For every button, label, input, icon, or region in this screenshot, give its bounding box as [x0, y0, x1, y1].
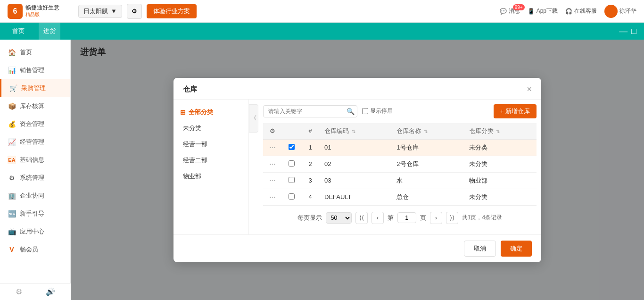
settings-bottom-icon[interactable]: ⚙: [16, 287, 22, 296]
row-category: 物业部: [464, 172, 537, 189]
category-item-ops2[interactable]: 经营二部: [173, 152, 248, 168]
sidebar-label-finance: 资金管理: [20, 120, 44, 128]
add-warehouse-button[interactable]: + 新增仓库: [494, 104, 537, 118]
online-service-button[interactable]: 🎧 在线客服: [565, 7, 597, 15]
row-checkbox-cell: [282, 156, 301, 172]
first-page-button[interactable]: ⟨⟨: [355, 212, 368, 224]
row-checkbox[interactable]: [289, 160, 295, 167]
sub-nav-home[interactable]: 首页: [8, 23, 29, 40]
search-input[interactable]: [263, 105, 357, 117]
search-icon[interactable]: 🔍: [347, 108, 355, 115]
row-checkbox[interactable]: [289, 193, 295, 200]
user-menu[interactable]: 徐泽华: [604, 5, 636, 18]
th-name: 仓库名称 ⇅: [392, 123, 464, 140]
sidebar-item-purchase[interactable]: 🛒 采购管理: [0, 79, 70, 97]
headset-icon: 🎧: [565, 8, 572, 15]
show-disabled-label: 显示停用: [370, 107, 393, 115]
table-panel: 🔍 显示停用 + 新增仓库: [258, 100, 541, 234]
row-checkbox[interactable]: [289, 177, 295, 183]
sidebar-item-finance[interactable]: 💰 资金管理: [0, 115, 70, 133]
sidebar-label-guide: 新手引导: [20, 209, 44, 218]
row-more-icon[interactable]: ···: [269, 160, 275, 168]
table-row[interactable]: ··· 3 03 水 物业部: [263, 172, 537, 189]
row-code: DEFAULT: [320, 189, 392, 205]
message-icon: 💬: [500, 8, 507, 15]
window-maximize-icon[interactable]: □: [631, 26, 636, 36]
gear-icon: ⚙: [132, 8, 137, 15]
sidebar-item-member[interactable]: V 畅会员: [0, 241, 70, 258]
row-num: 4: [301, 189, 320, 205]
th-gear: ⚙: [263, 123, 282, 140]
row-num: 1: [301, 139, 320, 156]
logo-badge: 精品版: [25, 11, 59, 18]
sidebar-item-sales[interactable]: 📊 销售管理: [0, 61, 70, 79]
store-selector[interactable]: 日太阳膜 ▼: [78, 5, 122, 18]
sub-nav-purchase[interactable]: 进货: [39, 23, 60, 40]
dialog-title: 仓库: [183, 85, 197, 94]
sidebar-item-guide[interactable]: 🆕 新手引导: [0, 205, 70, 223]
row-more-icon[interactable]: ···: [269, 176, 275, 184]
table-row[interactable]: ··· 1 01 1号仓库 未分类: [263, 139, 537, 156]
row-checkbox[interactable]: [289, 144, 295, 150]
window-minimize-icon[interactable]: —: [619, 26, 627, 36]
home-icon: 🏠: [8, 48, 16, 57]
th-num: #: [301, 123, 320, 140]
th-code: 仓库编码 ⇅: [320, 123, 392, 140]
row-more-icon[interactable]: ···: [269, 143, 275, 151]
dialog-body: ⊞ 全部分类 未分类 经营一部 经营二部 物业部 《: [173, 100, 541, 234]
app-download-button[interactable]: 📱 App下载: [528, 7, 558, 15]
sidebar-label-sales: 销售管理: [20, 66, 44, 75]
next-page-button[interactable]: ›: [430, 212, 442, 224]
row-checkbox-cell: [282, 139, 301, 156]
sidebar-item-enterprise[interactable]: 🏢 企业协同: [0, 187, 70, 205]
message-button[interactable]: 💬 消息 99+: [500, 7, 520, 15]
purchase-icon: 🛒: [9, 84, 17, 92]
row-category: 未分类: [464, 189, 537, 205]
table-row[interactable]: ··· 2 02 2号仓库 未分类: [263, 156, 537, 172]
speaker-icon[interactable]: 🔊: [46, 287, 55, 296]
all-category-label: 全部分类: [189, 108, 213, 117]
dialog-backdrop: 仓库 × ⊞ 全部分类 未分类 经营一部 经营二部 物业部: [71, 40, 644, 300]
sidebar-item-operation[interactable]: 📈 经营管理: [0, 133, 70, 151]
row-num: 2: [301, 156, 320, 172]
message-badge: 99+: [513, 4, 525, 10]
sidebar-item-basic[interactable]: EA 基础信息: [0, 151, 70, 169]
row-code: 01: [320, 139, 392, 156]
settings-button[interactable]: ⚙: [127, 4, 142, 19]
category-item-ops1[interactable]: 经营一部: [173, 136, 248, 152]
inventory-icon: 📦: [8, 102, 16, 110]
show-disabled-toggle[interactable]: 显示停用: [362, 107, 393, 115]
sidebar-label-purchase: 采购管理: [21, 84, 46, 92]
all-category-item[interactable]: ⊞ 全部分类: [173, 104, 248, 120]
header-right: 💬 消息 99+ 📱 App下载 🎧 在线客服 徐泽华: [500, 5, 636, 18]
sidebar-item-system[interactable]: ⚙ 系统管理: [0, 169, 70, 187]
confirm-button[interactable]: 确定: [501, 241, 532, 257]
sidebar-label-operation: 经营管理: [20, 138, 44, 146]
sidebar-item-inventory[interactable]: 📦 库存核算: [0, 97, 70, 115]
show-disabled-checkbox[interactable]: [362, 108, 368, 114]
category-panel: ⊞ 全部分类 未分类 经营一部 经营二部 物业部: [173, 100, 249, 234]
trial-button[interactable]: 体验行业方案: [147, 4, 197, 18]
dialog-close-button[interactable]: ×: [527, 84, 532, 94]
sidebar-label-home: 首页: [20, 48, 32, 57]
row-actions-cell: ···: [263, 189, 282, 205]
top-header: 6 畅捷通好生意 精品版 日太阳膜 ▼ ⚙ 体验行业方案 💬 消息 99+ 📱 …: [0, 0, 644, 23]
sidebar-item-home[interactable]: 🏠 首页: [0, 43, 70, 61]
row-more-icon[interactable]: ···: [269, 193, 275, 201]
basic-icon: EA: [8, 156, 16, 164]
last-page-button[interactable]: ⟩⟩: [446, 212, 458, 224]
page-number-input[interactable]: [397, 212, 416, 223]
sidebar-item-app[interactable]: 📺 应用中心: [0, 223, 70, 241]
per-page-select[interactable]: 50 10 20 100: [326, 212, 352, 224]
main-content: 进货单 仓库 × ⊞ 全部分类 未分类: [71, 40, 644, 300]
sidebar-label-enterprise: 企业协同: [20, 192, 44, 200]
table-row[interactable]: ··· 4 DEFAULT 总仓 未分类: [263, 189, 537, 205]
store-name: 日太阳膜: [83, 7, 108, 16]
collapse-panel-button[interactable]: 《: [249, 104, 258, 133]
table-container: ⚙ # 仓库编码 ⇅ 仓库名称 ⇅ 仓库分类 ⇅: [263, 123, 537, 206]
prev-page-button[interactable]: ‹: [372, 212, 384, 224]
category-item-property[interactable]: 物业部: [173, 168, 248, 184]
cancel-button[interactable]: 取消: [464, 241, 496, 257]
category-item-uncategorized[interactable]: 未分类: [173, 120, 248, 136]
sidebar-label-inventory: 库存核算: [20, 102, 44, 110]
